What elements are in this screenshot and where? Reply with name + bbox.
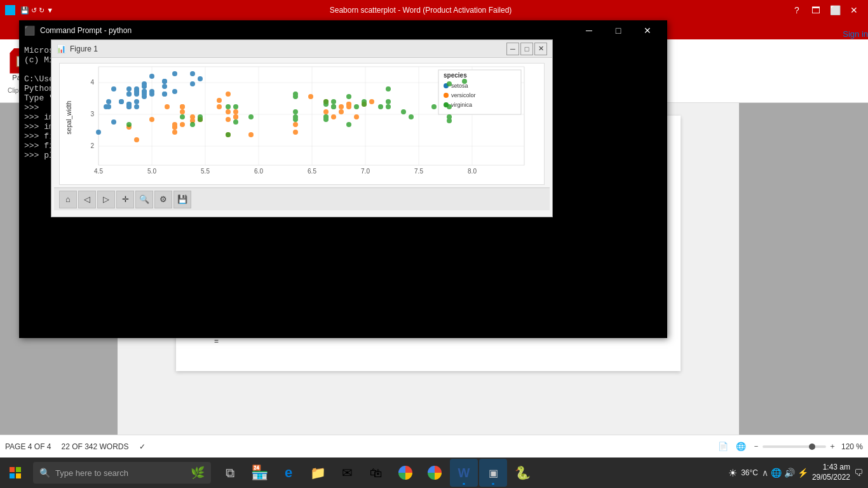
scatter-plot-svg: 2 3 4 4.5 5.0 5.5 6.0 6.5 7.0 7.5 8.0 se…	[60, 64, 544, 184]
search-placeholder: Type here to search	[55, 468, 128, 478]
maximize-btn[interactable]: ⬜	[826, 1, 844, 19]
cmd-taskbar-icon: ▣	[489, 467, 498, 479]
word-taskbar-icon: W	[458, 466, 470, 480]
svg-point-43	[198, 76, 203, 81]
figure-titlebar: 📊 Figure 1 ─ □ ✕	[51, 40, 552, 58]
plot-save-btn[interactable]: 💾	[173, 191, 191, 208]
figure-window: 📊 Figure 1 ─ □ ✕	[51, 39, 553, 217]
zoom-thumb	[809, 444, 815, 450]
view-web-btn[interactable]: 🌐	[735, 440, 747, 453]
svg-point-120	[401, 109, 406, 114]
svg-point-111	[180, 104, 185, 109]
taskbar-right: ☀ 36°C ∧ 🌐 🔊 ⚡ 1:43 am 29/05/2022 🗨	[728, 463, 868, 482]
taskbar-python[interactable]: 🐍	[508, 459, 536, 487]
view-print-btn[interactable]: 📄	[717, 440, 729, 453]
cmd-controls: ─ □ ✕	[574, 20, 662, 41]
plot-settings-btn[interactable]: ⚙	[154, 191, 172, 208]
svg-point-33	[111, 119, 116, 125]
svg-point-106	[226, 117, 231, 122]
cmd-minimize[interactable]: ─	[574, 20, 604, 41]
figure-close[interactable]: ✕	[534, 43, 547, 55]
taskbar-taskview[interactable]: ⧉	[216, 459, 244, 487]
title-bar-left: 💾 ↺ ↻ ▼	[5, 5, 53, 15]
svg-point-62	[172, 71, 177, 76]
taskbar-mail[interactable]: ✉	[333, 459, 361, 487]
restore-btn[interactable]: 🗖	[807, 1, 825, 19]
cmd-close[interactable]: ✕	[633, 20, 662, 41]
svg-point-123	[331, 99, 336, 104]
svg-text:4.5: 4.5	[94, 168, 103, 175]
svg-point-51	[111, 86, 116, 92]
taskbar-store[interactable]: 🏪	[245, 459, 273, 487]
taskbar-chrome2[interactable]	[421, 459, 449, 487]
notification-icon[interactable]: 🗨	[854, 468, 863, 478]
svg-point-116	[293, 109, 298, 114]
zoom-out-btn[interactable]: －	[752, 441, 760, 452]
svg-text:2: 2	[90, 142, 94, 149]
start-button[interactable]	[0, 458, 31, 488]
weather-icon: ☀	[728, 467, 737, 479]
cmd-icon: ⬛	[24, 25, 35, 36]
battery-icon[interactable]: ⚡	[797, 468, 808, 478]
svg-point-140	[233, 104, 238, 109]
zoom-bar: － ＋	[752, 441, 836, 452]
windows-logo-icon	[10, 467, 21, 478]
svg-text:8.0: 8.0	[468, 168, 477, 175]
cmd-title: Command Prompt - python	[40, 26, 132, 35]
svg-point-107	[165, 104, 170, 109]
cmd-titlebar: ⬛ Command Prompt - python ─ □ ✕	[19, 20, 667, 41]
chrome2-icon	[428, 466, 442, 480]
clock[interactable]: 1:43 am 29/05/2022	[812, 463, 850, 482]
svg-point-108	[226, 92, 231, 97]
taskbar-apps: ⧉ 🏪 e 📁 ✉ 🛍 W ▣ 🐍	[216, 459, 536, 487]
svg-point-139	[248, 114, 254, 119]
cmd-maximize[interactable]: □	[604, 20, 633, 41]
svg-point-76	[172, 130, 177, 135]
taskbar-explorer[interactable]: 📁	[304, 459, 332, 487]
svg-rect-156	[16, 473, 21, 478]
svg-point-101	[226, 109, 231, 114]
svg-text:versicolor: versicolor	[451, 92, 476, 98]
plot-home-btn[interactable]: ⌂	[59, 191, 77, 208]
figure-maximize[interactable]: □	[520, 43, 533, 55]
speaker-icon[interactable]: 🔊	[784, 468, 795, 478]
plot-zoom-btn[interactable]: 🔍	[135, 191, 153, 208]
word-indicator	[463, 483, 465, 485]
svg-point-122	[386, 86, 391, 92]
spelling-icon[interactable]: ✓	[139, 442, 146, 451]
figure-minimize[interactable]: ─	[506, 43, 519, 55]
network-icon[interactable]: 🌐	[771, 468, 782, 478]
svg-point-127	[198, 114, 203, 119]
signin-btn[interactable]: Sign in	[843, 29, 868, 39]
svg-point-73	[369, 99, 374, 104]
svg-point-97	[323, 109, 329, 114]
svg-point-143	[409, 114, 414, 119]
taskbar-chrome1[interactable]	[391, 459, 419, 487]
svg-point-61	[149, 74, 154, 79]
chevron-up-icon[interactable]: ∧	[762, 468, 768, 478]
taskbar-cmd[interactable]: ▣	[479, 459, 507, 487]
plot-forward-btn[interactable]: ▷	[97, 191, 115, 208]
taskbar-edge[interactable]: e	[275, 459, 302, 487]
close-btn[interactable]: ✕	[845, 1, 863, 19]
taskbar-word[interactable]: W	[450, 459, 478, 487]
taskbar-msstore[interactable]: 🛍	[362, 459, 390, 487]
chrome1-icon	[398, 466, 412, 480]
window-controls: ? 🗖 ⬜ ✕	[788, 1, 863, 19]
svg-point-63	[126, 102, 132, 107]
svg-point-53	[126, 92, 132, 97]
svg-point-147	[233, 119, 238, 125]
plot-back-btn[interactable]: ◁	[78, 191, 96, 208]
taskbar-search[interactable]: 🔍 Type here to search 🌿	[33, 462, 211, 484]
app-title: Seaborn scatterplot - Word (Product Acti…	[53, 6, 788, 15]
zoom-in-btn[interactable]: ＋	[829, 441, 836, 452]
svg-point-60	[162, 92, 167, 97]
svg-point-125	[354, 104, 359, 109]
svg-text:sepal_width: sepal_width	[65, 101, 72, 135]
svg-text:6.0: 6.0	[254, 168, 263, 175]
svg-point-150	[323, 102, 329, 107]
title-bar: 💾 ↺ ↻ ▼ Seaborn scatterplot - Word (Prod…	[0, 0, 868, 20]
minimize-btn[interactable]: ?	[788, 1, 806, 19]
plot-pan-btn[interactable]: ✛	[116, 191, 134, 208]
svg-point-87	[180, 109, 185, 114]
